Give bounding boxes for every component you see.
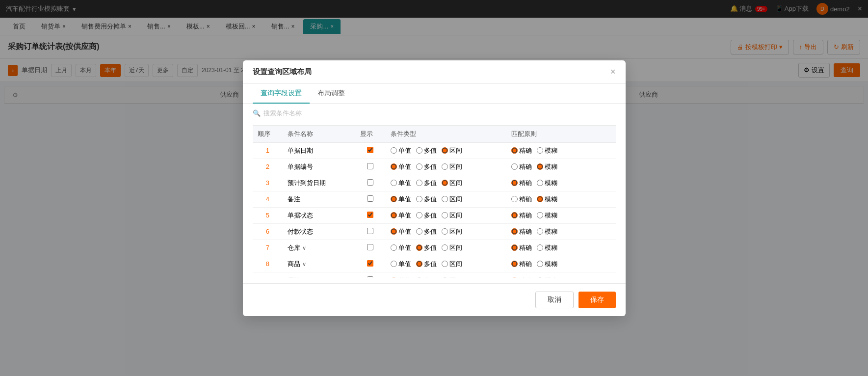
dialog-tab-layout[interactable]: 布局调整	[310, 84, 353, 104]
dialog-body: 🔍 顺序 条件名称 显示	[243, 104, 626, 108]
dialog-title: 设置查询区域布局	[253, 67, 312, 77]
dialog-tab-fields-label: 查询字段设置	[261, 89, 302, 97]
dialog-tab-fields[interactable]: 查询字段设置	[253, 84, 310, 104]
dialog-tab-layout-label: 布局调整	[317, 89, 345, 97]
dialog-tabs: 查询字段设置 布局调整	[243, 84, 626, 104]
dialog-close-button[interactable]: ×	[610, 67, 616, 76]
dialog-header: 设置查询区域布局 ×	[243, 60, 626, 84]
modal-overlay: 设置查询区域布局 × 查询字段设置 布局调整 🔍	[0, 0, 868, 108]
settings-dialog: 设置查询区域布局 × 查询字段设置 布局调整 🔍	[243, 60, 626, 108]
